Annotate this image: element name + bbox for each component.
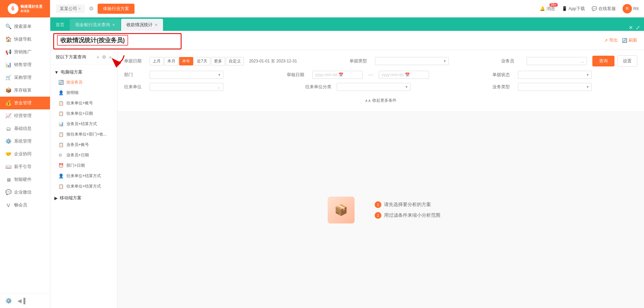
collapse-sidebar-icon[interactable]: ◀▐ <box>17 298 25 304</box>
tab-bank[interactable]: 现金银行流水查询 ✕ <box>70 19 120 31</box>
doc-type-select[interactable]: ▾ <box>375 57 449 65</box>
guide-icon: 📖 <box>5 164 11 170</box>
btn-more-date[interactable]: 更多 <box>211 57 225 65</box>
btn-custom-date[interactable]: 自定义 <box>226 57 244 65</box>
sidebar-footer: ⚙️ ◀▐ <box>0 293 50 308</box>
sidebar-item-enterprise[interactable]: 🤝 企业协同 <box>0 148 50 160</box>
scheme-item-salesman-settle[interactable]: 📊 业务员+结算方式 <box>50 119 117 129</box>
sidebar-item-basic[interactable]: 🗂 基础信息 <box>0 122 50 135</box>
btn-this-month[interactable]: 本月 <box>164 57 178 65</box>
sidebar-item-guide[interactable]: 📖 新手引导 <box>0 160 50 173</box>
export-button[interactable]: ↗ 导出 <box>604 37 618 43</box>
sidebar-item-purchase[interactable]: 🛒 采购管理 <box>0 71 50 84</box>
audit-date-label: 审核日期 <box>287 72 307 78</box>
sidebar-item-sales[interactable]: 📊 销售管理 <box>0 58 50 71</box>
sidebar-item-quicknav[interactable]: 🏠 快捷导航 <box>0 33 50 46</box>
filter-action-btns: 查询 设置 <box>592 55 637 67</box>
audit-date-end[interactable]: yyyy-mm-dd 📅 <box>379 71 429 79</box>
user-name: Rit <box>633 6 639 11</box>
tab-collection-close[interactable]: ✕ <box>155 23 158 27</box>
desktop-section-title[interactable]: ▼ 电脑端方案 <box>50 67 117 77</box>
unit-category-select[interactable]: ▾ <box>337 83 411 91</box>
inventory-icon: 📦 <box>5 87 11 93</box>
user-profile[interactable]: R Rit <box>623 4 639 13</box>
add-scheme-icon[interactable]: + <box>97 54 99 60</box>
scheme-item-salesman-account[interactable]: 📋 业务员+账号 <box>50 140 117 150</box>
header-left: 某某公司 ▾ ⚙ 体验行业方案 <box>56 4 135 14</box>
section-arrow-down: ▼ <box>54 70 59 75</box>
scheme-item-unit-date[interactable]: 📋 往来单位+日期 <box>50 108 117 119</box>
settings-footer-icon[interactable]: ⚙️ <box>5 298 12 304</box>
scheme-item-dept-date[interactable]: ⏰ 部门+日期 <box>50 160 117 171</box>
salesman-date-icon: ⚙ <box>58 153 64 158</box>
unit-more-icon[interactable]: ... <box>217 85 220 89</box>
scheme-item-unit-settle2[interactable]: 📋 往来单位+结算方式 <box>50 181 117 192</box>
vip-icon: V <box>5 202 11 208</box>
salesman-select[interactable]: ... <box>527 57 587 65</box>
filter-row-2: 部门 ▾ 审核日期 yyyy-mm-dd 📅 — y <box>124 71 637 79</box>
collapse-panel-icon[interactable]: « <box>109 54 112 60</box>
mobile-section: ▶ 移动端方案 <box>50 193 117 203</box>
unit-category-label: 往来单位分类 <box>305 84 331 90</box>
date-end: 2023-12-31 <box>276 59 297 63</box>
unit-dept-icon: 📋 <box>58 132 64 137</box>
tab-home[interactable]: 首页 <box>50 19 70 31</box>
desktop-section: ▼ 电脑端方案 🔄 按业务员 👤 按明细 📋 <box>50 67 117 192</box>
trial-button[interactable]: 体验行业方案 <box>98 4 135 14</box>
sidebar-item-marketing[interactable]: 📢 营销推广 <box>0 46 50 58</box>
scheme-item-unit-settle1[interactable]: 👤 往来单位+结算方式 <box>50 171 117 181</box>
refresh-button[interactable]: 🔄 刷新 <box>622 37 637 43</box>
sidebar-item-hardware[interactable]: 🖥 智能硬件 <box>0 173 50 186</box>
sidebar-item-inventory[interactable]: 📦 库存核算 <box>0 84 50 97</box>
filter-area: 单据日期 上月 本月 本年 近7天 更多 自定义 2023-01-01 至 <box>117 50 644 112</box>
scheme-item-by-detail[interactable]: 👤 按明细 <box>50 88 117 98</box>
scheme-settings-icon[interactable]: ⚙ <box>102 54 106 60</box>
unit-select[interactable]: ... <box>150 83 223 91</box>
page-content: 收款情况统计(按业务员) ↗ 导出 🔄 刷新 按以下方案查询 + <box>50 31 644 308</box>
tab-bank-close[interactable]: ✕ <box>112 23 115 27</box>
tab-collection[interactable]: 收款情况统计 ✕ <box>121 19 163 31</box>
business-type-dropdown-arrow: ▾ <box>587 85 589 89</box>
app-logo: 6 畅捷通好生意 标准版 <box>0 0 50 17</box>
empty-state: 1 请先选择要分析的方案 2 用过滤条件来缩小分析范围 <box>117 112 644 308</box>
date-start: 2023-01-01 <box>249 59 270 63</box>
sidebar-item-wechat[interactable]: 💬 企业微信 <box>0 186 50 199</box>
tab-close-all-icon[interactable]: ✕ <box>629 24 633 31</box>
mobile-section-title[interactable]: ▶ 移动端方案 <box>50 193 117 203</box>
doc-status-select[interactable]: ▾ <box>518 71 592 79</box>
scheme-item-unit-dept[interactable]: 📋 按往来单位+部门+收... <box>50 129 117 140</box>
audit-date-start[interactable]: yyyy-mm-dd 📅 <box>312 71 363 79</box>
btn-last-month[interactable]: 上月 <box>150 57 164 65</box>
sidebar-item-vip[interactable]: V 畅会员 <box>0 199 50 211</box>
btn-this-year[interactable]: 本年 <box>179 57 193 65</box>
section-arrow-right: ▶ <box>54 196 58 201</box>
sidebar-item-finance[interactable]: 💰 资金管理 <box>0 97 50 109</box>
app-download-item[interactable]: 📱 App下载 <box>562 6 585 12</box>
dept-select[interactable]: ▾ <box>150 71 223 79</box>
breadcrumb[interactable]: 某某公司 ▾ <box>56 4 85 13</box>
sidebar-item-system[interactable]: ⚙️ 系统管理 <box>0 135 50 148</box>
user-avatar: R <box>623 4 632 13</box>
header-settings-icon[interactable]: ⚙ <box>89 5 94 12</box>
unit-date-icon: 📋 <box>58 111 64 116</box>
page-title-actions: ↗ 导出 🔄 刷新 <box>604 37 637 43</box>
home-icon: 🏠 <box>5 36 11 42</box>
btn-7-days[interactable]: 近7天 <box>194 57 210 65</box>
settings-button[interactable]: 设置 <box>617 55 637 67</box>
tab-bar-actions: ✕ ⤢ <box>625 24 644 31</box>
business-type-select[interactable]: ▾ <box>518 83 592 91</box>
empty-tip-1: 1 请先选择要分析的方案 <box>375 201 440 208</box>
scheme-item-by-salesman[interactable]: 🔄 按业务员 <box>50 77 117 88</box>
notification-item[interactable]: 🔔 消息 99+ <box>540 6 555 12</box>
salesman-more-icon[interactable]: ... <box>581 59 584 63</box>
left-panel-content: ▼ 电脑端方案 🔄 按业务员 👤 按明细 📋 <box>50 64 117 308</box>
online-service-item[interactable]: 💬 在线客服 <box>592 6 616 12</box>
scheme-item-unit-account[interactable]: 📋 往来单位+账号 <box>50 98 117 108</box>
sidebar-item-search[interactable]: 🔍 搜索菜单 <box>0 20 50 33</box>
query-button[interactable]: 查询 <box>592 56 614 66</box>
page-title-bar: 收款情况统计(按业务员) ↗ 导出 🔄 刷新 <box>50 31 644 50</box>
tab-expand-icon[interactable]: ⤢ <box>636 24 640 31</box>
sidebar-item-operation[interactable]: 📈 经营管理 <box>0 109 50 122</box>
scheme-item-salesman-date[interactable]: ⚙ 业务员+日期 <box>50 150 117 160</box>
collapse-filter-btn[interactable]: ∧∧ 收起更多条件 <box>362 95 399 106</box>
